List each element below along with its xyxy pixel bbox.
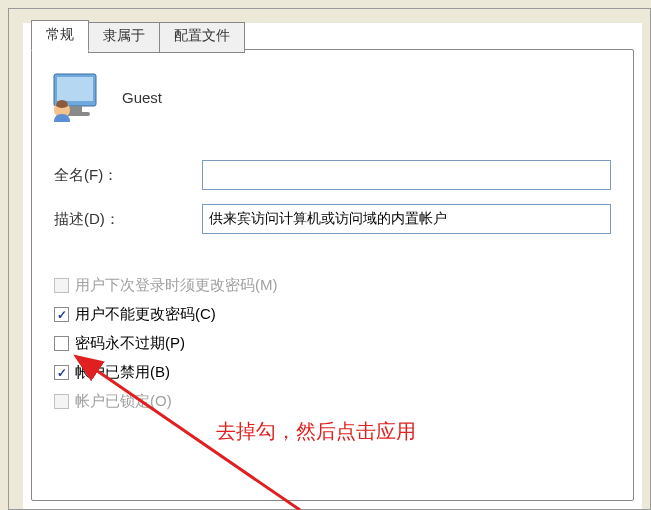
checkbox-account-locked bbox=[54, 394, 69, 409]
description-label: 描述(D)： bbox=[54, 210, 202, 229]
tab-profile[interactable]: 配置文件 bbox=[159, 22, 245, 53]
fullname-label: 全名(F)： bbox=[54, 166, 202, 185]
checkbox-password-never-expires[interactable] bbox=[54, 336, 69, 351]
svg-rect-2 bbox=[68, 106, 82, 112]
checkbox-account-disabled-row: 帐户已禁用(B) bbox=[54, 363, 611, 382]
checkbox-must-change-password bbox=[54, 278, 69, 293]
window-frame: 常规 隶属于 配置文件 Guest bbox=[8, 8, 651, 510]
checkbox-account-locked-row: 帐户已锁定(O) bbox=[54, 392, 611, 411]
tab-strip: 常规 隶属于 配置文件 bbox=[31, 22, 244, 53]
checkbox-cannot-change-password[interactable] bbox=[54, 307, 69, 322]
checkbox-password-never-expires-label: 密码永不过期(P) bbox=[75, 334, 185, 353]
checkbox-account-disabled[interactable] bbox=[54, 365, 69, 380]
fullname-row: 全名(F)： bbox=[54, 160, 611, 190]
account-name: Guest bbox=[122, 89, 162, 106]
tab-general[interactable]: 常规 bbox=[31, 20, 89, 51]
user-icon bbox=[50, 72, 100, 122]
checkbox-account-disabled-label: 帐户已禁用(B) bbox=[75, 363, 170, 382]
properties-dialog: 常规 隶属于 配置文件 Guest bbox=[23, 23, 642, 509]
description-input[interactable] bbox=[202, 204, 611, 234]
checkbox-section: 用户下次登录时须更改密码(M) 用户不能更改密码(C) 密码永不过期(P) 帐户… bbox=[32, 248, 633, 411]
checkbox-must-change-password-label: 用户下次登录时须更改密码(M) bbox=[75, 276, 278, 295]
tab-panel-general: Guest 全名(F)： 描述(D)： 用户下次登录时须更改密码(M) bbox=[31, 49, 634, 501]
checkbox-must-change-password-row: 用户下次登录时须更改密码(M) bbox=[54, 276, 611, 295]
fullname-input[interactable] bbox=[202, 160, 611, 190]
checkbox-account-locked-label: 帐户已锁定(O) bbox=[75, 392, 172, 411]
description-row: 描述(D)： bbox=[54, 204, 611, 234]
account-header: Guest bbox=[32, 50, 633, 140]
tab-memberof[interactable]: 隶属于 bbox=[88, 22, 160, 53]
checkbox-password-never-expires-row: 密码永不过期(P) bbox=[54, 334, 611, 353]
svg-rect-1 bbox=[57, 77, 93, 101]
form-section: 全名(F)： 描述(D)： bbox=[32, 140, 633, 234]
checkbox-cannot-change-password-row: 用户不能更改密码(C) bbox=[54, 305, 611, 324]
checkbox-cannot-change-password-label: 用户不能更改密码(C) bbox=[75, 305, 216, 324]
